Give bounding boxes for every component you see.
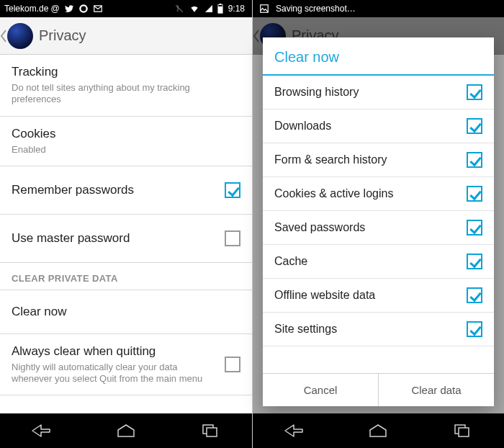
signal-icon <box>204 4 213 13</box>
remember-passwords-checkbox[interactable] <box>225 182 240 198</box>
dialog-item-checkbox[interactable] <box>467 84 482 100</box>
cookies-desc: Enabled <box>12 144 240 156</box>
at-icon: @ <box>50 4 59 14</box>
dialog-item-checkbox[interactable] <box>467 287 482 303</box>
svg-point-1 <box>81 6 86 12</box>
always-clear-desc: Nightly will automatically clear your da… <box>12 362 217 385</box>
cancel-button[interactable]: Cancel <box>263 374 378 406</box>
dialog-item[interactable]: Browsing history <box>263 76 494 109</box>
dialog-item[interactable]: Saved passwords <box>263 211 494 245</box>
carrier-label: Telekom.de <box>4 4 48 14</box>
svg-rect-3 <box>219 4 221 5</box>
clear-data-button[interactable]: Clear data <box>378 374 494 406</box>
clear-now-title: Clear now <box>12 305 240 319</box>
clear-private-data-section: CLEAR PRIVATE DATA <box>0 263 252 290</box>
dialog-item-label: Form & search history <box>274 153 467 166</box>
nav-recent-icon[interactable] <box>189 413 232 448</box>
twitter-icon <box>64 4 74 14</box>
dialog-title: Clear now <box>263 37 494 74</box>
nav-bar-right <box>253 413 504 448</box>
dialog-item[interactable]: Downloads <box>263 109 494 143</box>
dialog-item-checkbox[interactable] <box>467 254 482 269</box>
clock-label: 9:18 <box>228 4 245 14</box>
settings-list: Tracking Do not tell sites anything abou… <box>0 55 252 413</box>
always-clear-row[interactable]: Always clear when quitting Nightly will … <box>0 334 252 396</box>
dialog-item-checkbox[interactable] <box>467 186 482 202</box>
remember-passwords-row[interactable]: Remember passwords <box>0 166 252 215</box>
status-bar-right: Saving screenshot… <box>253 0 504 17</box>
dialog-item-label: Browsing history <box>274 86 467 99</box>
master-password-checkbox[interactable] <box>225 230 240 246</box>
cookies-row[interactable]: Cookies Enabled <box>0 117 252 166</box>
dialog-item-label: Saved passwords <box>274 221 467 234</box>
tracking-desc: Do not tell sites anything about my trac… <box>12 82 240 106</box>
settings-header: Privacy <box>0 17 252 55</box>
mail-icon <box>93 4 103 14</box>
dialog-item-checkbox[interactable] <box>467 321 482 337</box>
saving-label: Saving screenshot… <box>276 4 356 14</box>
svg-rect-9 <box>459 428 469 436</box>
dialog-item[interactable]: Cache <box>263 245 494 279</box>
dialog-items: Browsing historyDownloadsForm & search h… <box>263 76 494 373</box>
image-icon <box>259 4 269 14</box>
dialog-item-label: Offline website data <box>274 289 467 302</box>
dialog-item-checkbox[interactable] <box>467 220 482 236</box>
tracking-title: Tracking <box>12 65 240 79</box>
dialog-item-label: Cache <box>274 255 467 268</box>
clear-now-dialog: Clear now Browsing historyDownloadsForm … <box>263 37 494 406</box>
status-bar: Telekom.de @ 9:18 <box>0 0 252 17</box>
nav-home-icon[interactable] <box>356 413 400 448</box>
dialog-item-label: Site settings <box>274 323 467 336</box>
dialog-item[interactable]: Form & search history <box>263 143 494 177</box>
back-chevron-icon[interactable] <box>0 17 7 55</box>
dialog-item-checkbox[interactable] <box>467 118 482 134</box>
dialog-item[interactable]: Site settings <box>263 313 494 346</box>
tracking-row[interactable]: Tracking Do not tell sites anything abou… <box>0 55 252 117</box>
nav-back-icon[interactable] <box>273 413 316 448</box>
svg-rect-6 <box>207 428 217 436</box>
dialog-item-label: Cookies & active logins <box>274 187 467 200</box>
dialog-item[interactable]: Offline website data <box>263 279 494 313</box>
always-clear-checkbox[interactable] <box>225 357 240 372</box>
page-title: Privacy <box>39 27 86 44</box>
master-password-title: Use master password <box>12 231 225 246</box>
wifi-icon <box>189 4 200 14</box>
vibrate-icon <box>174 4 184 14</box>
dialog-buttons: Cancel Clear data <box>263 373 494 406</box>
app-globe-icon[interactable] <box>7 23 33 49</box>
clear-now-row[interactable]: Clear now <box>0 290 252 334</box>
dialog-item-label: Downloads <box>274 120 467 133</box>
master-password-row[interactable]: Use master password <box>0 215 252 263</box>
nav-back-icon[interactable] <box>20 413 63 448</box>
cookies-title: Cookies <box>12 127 240 141</box>
dialog-item-checkbox[interactable] <box>467 152 482 168</box>
nav-recent-icon[interactable] <box>441 413 484 448</box>
dialog-item[interactable]: Cookies & active logins <box>263 177 494 211</box>
firefox-icon <box>78 4 89 14</box>
always-clear-title: Always clear when quitting <box>12 344 217 359</box>
svg-rect-4 <box>218 6 222 13</box>
nav-home-icon[interactable] <box>104 413 148 448</box>
battery-icon <box>217 4 223 14</box>
nav-bar <box>0 413 252 448</box>
remember-passwords-title: Remember passwords <box>12 183 225 197</box>
